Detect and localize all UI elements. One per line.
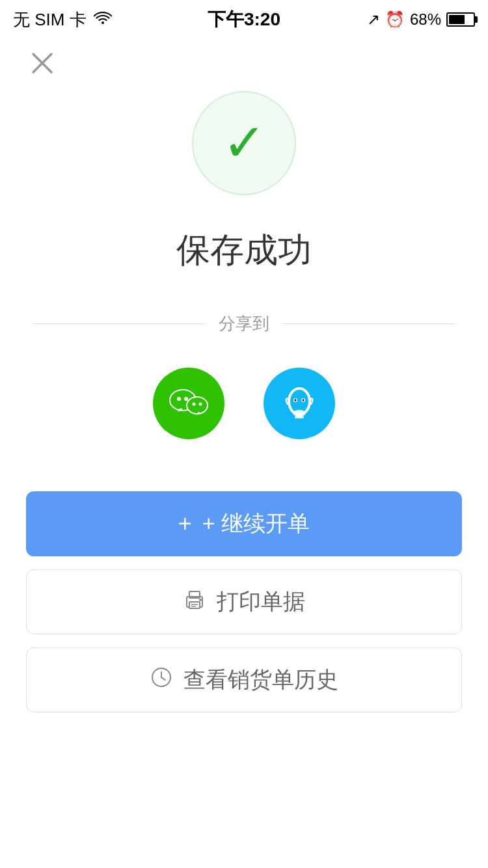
svg-point-14 bbox=[293, 410, 306, 416]
svg-point-6 bbox=[193, 403, 196, 406]
clock-icon bbox=[150, 666, 173, 694]
battery-percent: 68% bbox=[410, 10, 441, 29]
svg-point-5 bbox=[184, 397, 188, 401]
battery-icon bbox=[446, 12, 475, 27]
main-content: ✓ 保存成功 分享到 bbox=[0, 39, 488, 868]
status-left: 无 SIM 卡 bbox=[13, 8, 113, 31]
success-title: 保存成功 bbox=[176, 228, 312, 273]
continue-button-label: + 继续开单 bbox=[202, 509, 310, 539]
status-time: 下午3:20 bbox=[208, 7, 280, 32]
print-button[interactable]: 打印单据 bbox=[26, 569, 462, 634]
buttons-section: + + 继续开单 打印单据 bbox=[0, 491, 488, 712]
svg-point-12 bbox=[295, 399, 297, 401]
svg-point-7 bbox=[199, 403, 202, 406]
print-button-label: 打印单据 bbox=[217, 587, 305, 617]
divider-line-left bbox=[33, 323, 206, 324]
share-divider-text: 分享到 bbox=[206, 312, 282, 335]
close-button[interactable] bbox=[26, 47, 59, 79]
share-icons-row bbox=[153, 368, 335, 439]
plus-icon: + bbox=[178, 510, 192, 537]
history-button-label: 查看销货单历史 bbox=[183, 665, 338, 695]
success-circle: ✓ bbox=[192, 91, 296, 195]
divider-line-right bbox=[282, 323, 455, 324]
checkmark-icon: ✓ bbox=[223, 117, 266, 169]
wechat-share-button[interactable] bbox=[153, 368, 224, 439]
printer-icon bbox=[183, 588, 206, 616]
wifi-icon bbox=[93, 10, 113, 30]
svg-rect-18 bbox=[189, 602, 200, 608]
history-button[interactable]: 查看销货单历史 bbox=[26, 647, 462, 712]
carrier-text: 无 SIM 卡 bbox=[13, 8, 87, 31]
svg-line-24 bbox=[161, 677, 165, 680]
continue-button[interactable]: + + 继续开单 bbox=[26, 491, 462, 556]
svg-point-13 bbox=[303, 399, 305, 401]
svg-point-3 bbox=[187, 397, 208, 414]
alarm-icon: ⏰ bbox=[385, 10, 405, 29]
location-icon: ↗ bbox=[367, 10, 380, 29]
svg-point-9 bbox=[290, 390, 308, 413]
status-right: ↗ ⏰ 68% bbox=[367, 10, 475, 29]
qq-share-button[interactable] bbox=[264, 368, 335, 439]
share-divider: 分享到 bbox=[0, 312, 488, 335]
svg-point-21 bbox=[199, 599, 202, 601]
status-bar: 无 SIM 卡 下午3:20 ↗ ⏰ 68% bbox=[0, 0, 488, 39]
svg-point-4 bbox=[177, 397, 181, 401]
svg-rect-15 bbox=[295, 416, 304, 418]
